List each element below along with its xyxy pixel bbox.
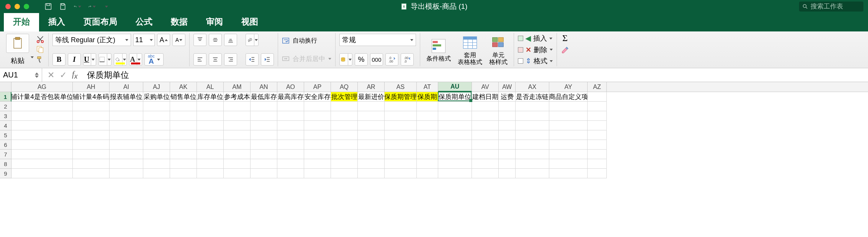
cell[interactable] xyxy=(110,140,143,150)
cell[interactable] xyxy=(277,121,304,130)
cell[interactable] xyxy=(549,169,588,178)
cell[interactable]: 最高库存 xyxy=(277,92,304,102)
cell[interactable] xyxy=(331,150,358,159)
cell[interactable] xyxy=(197,121,224,130)
cell[interactable] xyxy=(516,159,549,169)
column-header[interactable]: AW xyxy=(499,82,516,92)
cell[interactable] xyxy=(438,102,472,111)
cell[interactable] xyxy=(143,111,170,121)
cell[interactable] xyxy=(438,111,472,121)
cell[interactable] xyxy=(224,102,251,111)
cell[interactable] xyxy=(588,130,607,140)
cell[interactable] xyxy=(549,159,588,169)
cell[interactable] xyxy=(73,121,110,130)
number-format-select[interactable]: 常规 xyxy=(339,34,416,46)
cell[interactable] xyxy=(224,159,251,169)
cell[interactable] xyxy=(516,150,549,159)
cancel-formula-icon[interactable]: ✕ xyxy=(47,70,54,80)
cell[interactable] xyxy=(197,169,224,178)
cell[interactable] xyxy=(224,150,251,159)
cell[interactable] xyxy=(438,150,472,159)
cell[interactable] xyxy=(251,130,277,140)
align-top-button[interactable] xyxy=(193,34,206,46)
row-header[interactable]: 9 xyxy=(0,169,11,178)
cell[interactable] xyxy=(499,121,516,130)
row-header[interactable]: 7 xyxy=(0,150,11,159)
cell[interactable] xyxy=(385,121,417,130)
undo-icon[interactable] xyxy=(74,3,81,10)
autosave-icon[interactable] xyxy=(44,3,52,10)
tab-home[interactable]: 开始 xyxy=(4,12,39,31)
row-header[interactable]: 6 xyxy=(0,140,11,150)
column-header[interactable]: AX xyxy=(516,82,549,92)
column-header[interactable]: AV xyxy=(472,82,499,92)
cell[interactable] xyxy=(224,140,251,150)
cell[interactable] xyxy=(472,130,499,140)
cell[interactable] xyxy=(224,121,251,130)
fill-color-button[interactable] xyxy=(114,53,127,66)
cell[interactable] xyxy=(438,121,472,130)
cell[interactable] xyxy=(499,140,516,150)
cell[interactable] xyxy=(197,111,224,121)
border-button[interactable] xyxy=(98,53,111,66)
decrease-indent-button[interactable] xyxy=(246,53,259,66)
search-input[interactable] xyxy=(811,3,860,10)
cell[interactable]: 辅计量4条码 xyxy=(73,92,110,102)
cell[interactable] xyxy=(358,102,385,111)
cell[interactable] xyxy=(331,111,358,121)
cell[interactable] xyxy=(110,150,143,159)
column-header[interactable]: AL xyxy=(197,82,224,92)
phonetic-button[interactable]: abcA xyxy=(144,53,164,66)
cell[interactable] xyxy=(143,130,170,140)
cell[interactable] xyxy=(304,159,331,169)
cell[interactable] xyxy=(499,111,516,121)
cell[interactable] xyxy=(143,169,170,178)
column-header[interactable]: AJ xyxy=(143,82,170,92)
tab-review[interactable]: 审阅 xyxy=(197,12,232,31)
cell[interactable] xyxy=(170,150,197,159)
cell[interactable] xyxy=(224,169,251,178)
cell[interactable] xyxy=(385,111,417,121)
cell[interactable] xyxy=(516,130,549,140)
merge-center-button[interactable]: 合并后居中 xyxy=(282,52,331,66)
cell[interactable] xyxy=(331,140,358,150)
cell[interactable] xyxy=(304,111,331,121)
column-header[interactable]: AG xyxy=(11,82,73,92)
cell[interactable] xyxy=(304,130,331,140)
cell[interactable] xyxy=(588,159,607,169)
cell[interactable]: 保质期管理 xyxy=(385,92,417,102)
cell[interactable] xyxy=(277,140,304,150)
tab-view[interactable]: 视图 xyxy=(232,12,267,31)
cell[interactable] xyxy=(197,130,224,140)
cell[interactable] xyxy=(549,150,588,159)
cell[interactable] xyxy=(417,140,438,150)
cell[interactable] xyxy=(385,130,417,140)
cell[interactable] xyxy=(11,102,73,111)
cell[interactable] xyxy=(251,102,277,111)
cell[interactable] xyxy=(11,150,73,159)
paste-dropdown-icon[interactable] xyxy=(31,56,34,58)
cell[interactable] xyxy=(499,150,516,159)
cell[interactable]: 最新进价 xyxy=(358,92,385,102)
row-header[interactable]: 8 xyxy=(0,159,11,169)
cell[interactable] xyxy=(331,130,358,140)
format-cells-button[interactable]: ⇕格式 xyxy=(518,56,553,66)
cell[interactable] xyxy=(251,111,277,121)
insert-cells-button[interactable]: ◀插入 xyxy=(518,34,553,43)
cell[interactable] xyxy=(499,102,516,111)
name-box[interactable]: AU1 xyxy=(0,68,42,82)
column-header[interactable]: AP xyxy=(304,82,331,92)
bold-button[interactable]: B xyxy=(52,53,66,66)
column-header[interactable]: AQ xyxy=(331,82,358,92)
cell[interactable] xyxy=(472,121,499,130)
formula-input[interactable] xyxy=(83,70,868,80)
cell[interactable] xyxy=(143,159,170,169)
cell[interactable] xyxy=(588,111,607,121)
cell[interactable] xyxy=(277,150,304,159)
cell[interactable] xyxy=(385,140,417,150)
cell[interactable] xyxy=(277,102,304,111)
cell[interactable]: 是否走冻链 xyxy=(516,92,549,102)
cell[interactable] xyxy=(417,121,438,130)
cell[interactable] xyxy=(73,159,110,169)
cell[interactable] xyxy=(472,102,499,111)
